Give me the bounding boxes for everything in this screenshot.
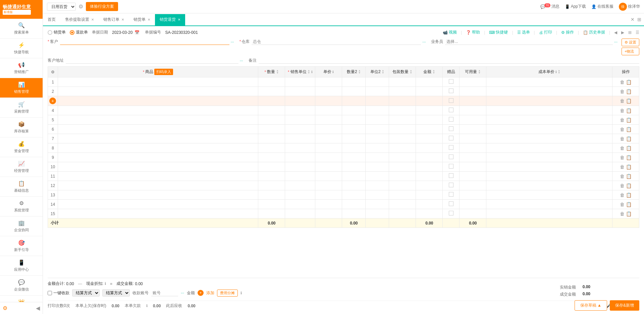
unit2-cell-7[interactable] [366,134,389,143]
gift-checkbox-13[interactable] [449,192,453,197]
amount-cell-10[interactable] [416,162,443,172]
gift-checkbox-5[interactable] [449,117,453,122]
amount-cell-15[interactable] [416,209,443,218]
sidebar-item-guide[interactable]: 🎯新手引导 [0,236,43,256]
amount-cell-12[interactable] [416,181,443,190]
tab-close-sale-return[interactable]: ✕ [178,18,180,21]
available-cell-13[interactable] [460,190,486,200]
sidebar-item-member[interactable]: 👑畅会员 [0,296,43,302]
delete-btn-15[interactable]: 🗑 [620,211,625,216]
unit-price-cell-6[interactable] [315,125,342,134]
delete-btn-8[interactable]: 🗑 [620,145,625,151]
amount-cell-4[interactable] [416,106,443,115]
available-cell-6[interactable] [460,125,486,134]
sidebar-item-shortcut[interactable]: ⚡快捷导航 [0,39,43,58]
th-settings[interactable]: ⚙ [48,67,58,77]
delete-btn-2[interactable]: 🗑 [620,89,625,94]
copy-btn-11[interactable]: 📋 [626,174,632,179]
add-row-btn[interactable]: + [49,98,56,104]
sale-unit-cell-9[interactable] [285,153,315,162]
gift-cell-4[interactable] [443,106,460,115]
qty-cell-15[interactable] [258,209,285,218]
collapse-icon[interactable]: ◀ [36,305,40,311]
qty2-cell-3[interactable] [342,96,366,106]
gift-cell-14[interactable] [443,200,460,209]
qty-cell-9[interactable] [258,153,285,162]
account-dots[interactable]: ··· [181,291,184,295]
delete-btn-4[interactable]: 🗑 [620,108,625,113]
shortcut-action[interactable]: ⌨ 快捷键 [489,29,508,35]
tab-sale-price[interactable]: 售价提取设置✕ [60,14,99,26]
qty-cell-10[interactable] [258,162,285,172]
unit2-cell-5[interactable] [366,115,389,125]
unit-price-cell-5[interactable] [315,115,342,125]
save-new-btn[interactable]: 保存&新增 [610,300,639,311]
goods-cell-10[interactable] [58,162,258,172]
gift-checkbox-1[interactable] [449,79,453,84]
tab-home[interactable]: 首页 [43,14,60,26]
qty-cell-5[interactable] [258,115,285,125]
qty2-cell-2[interactable] [342,87,366,96]
expand-icon[interactable]: ⊞ [637,17,641,22]
tab-sale-order[interactable]: 销售订单✕ [99,14,129,26]
tab-sale-return[interactable]: 销货退货✕ [155,14,185,26]
unit-price-cell-15[interactable] [315,209,342,218]
gift-checkbox-10[interactable] [449,164,453,169]
pack-qty-cell-5[interactable] [389,115,416,125]
amount-cell-13[interactable] [416,190,443,200]
qty2-cell-5[interactable] [342,115,366,125]
qty2-cell-11[interactable] [342,172,366,181]
gift-checkbox-12[interactable] [449,183,453,187]
qty2-cell-7[interactable] [342,134,366,143]
operation-action[interactable]: ⚙ 操作 [561,29,574,35]
gift-cell-3[interactable] [443,96,460,106]
unit-price-cell-14[interactable] [315,200,342,209]
customer-input[interactable] [60,39,229,45]
delete-btn-10[interactable]: 🗑 [620,164,625,170]
sale-unit-cell-5[interactable] [285,115,315,125]
pack-qty-cell-10[interactable] [389,162,416,172]
warehouse-input[interactable] [252,39,421,45]
logistics-btn[interactable]: +物流 [622,48,639,55]
fee-info[interactable]: ℹ [240,291,242,295]
copy-btn-2[interactable]: 📋 [626,89,632,94]
copy-btn-3[interactable]: 📋 [626,98,632,104]
amount-cell-6[interactable] [416,125,443,134]
qty-cell-4[interactable] [258,106,285,115]
pack-qty-cell-4[interactable] [389,106,416,115]
qty-cell-14[interactable] [258,200,285,209]
amount-cell-2[interactable] [416,87,443,96]
sidebar-item-sale[interactable]: 📊销售管理 [0,78,43,98]
delete-btn-5[interactable]: 🗑 [620,117,625,123]
cost-price-cell-11[interactable] [486,172,612,181]
available-cell-5[interactable] [460,115,486,125]
qty-cell-8[interactable] [258,143,285,153]
gift-checkbox-2[interactable] [449,88,453,93]
select-action[interactable]: ☰ 选单 [517,29,530,35]
qty-cell-2[interactable] [258,87,285,96]
address-dots[interactable]: ··· [240,58,243,63]
qty-cell-13[interactable] [258,190,285,200]
unit2-cell-2[interactable] [366,87,389,96]
pack-qty-cell-12[interactable] [389,181,416,190]
cost-price-cell-7[interactable] [486,134,612,143]
copy-btn-4[interactable]: 📋 [626,108,632,113]
radio-return[interactable]: 退款单 [70,29,88,35]
cost-price-cell-13[interactable] [486,190,612,200]
gift-checkbox-11[interactable] [449,173,453,178]
address-input[interactable] [66,57,238,64]
tab-sale-goods[interactable]: 销货单✕ [129,14,155,26]
sidebar-item-search[interactable]: 🔍搜索菜单 [0,19,43,39]
next-icon[interactable]: ▶ [621,30,624,35]
radio-sale[interactable]: 销货单 [48,29,66,35]
user-item[interactable]: 徐 徐泽华 [619,3,640,11]
unit2-cell-6[interactable] [366,125,389,134]
qty2-cell-10[interactable] [342,162,366,172]
delete-btn-7[interactable]: 🗑 [620,136,625,141]
gift-checkbox-8[interactable] [449,145,453,150]
unit-price-cell-7[interactable] [315,134,342,143]
tab-close-sale-goods[interactable]: ✕ [148,18,150,21]
qty2-cell-1[interactable] [342,77,366,87]
available-cell-10[interactable] [460,162,486,172]
gift-checkbox-3[interactable] [449,98,453,103]
